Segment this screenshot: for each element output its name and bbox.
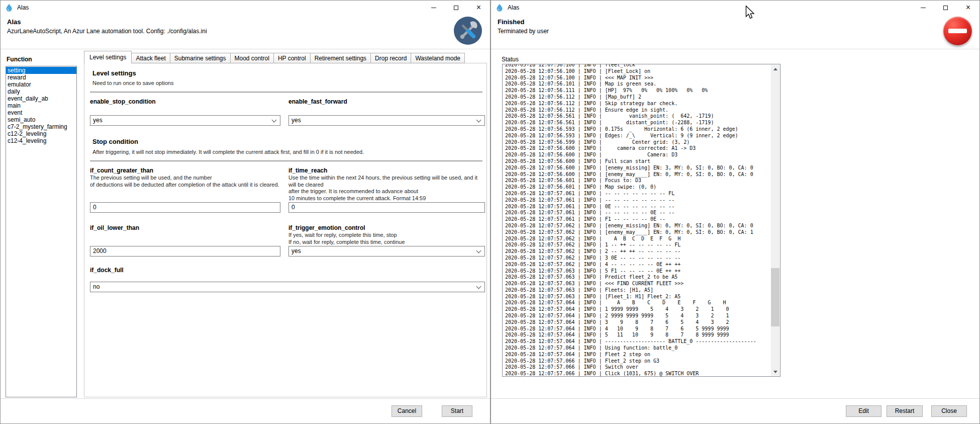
- divider: [90, 160, 482, 161]
- enable-fast-forward-select[interactable]: yes: [288, 115, 485, 126]
- alas-settings-window: Alas × Alas AzurLaneAutoScript, An Azur …: [0, 0, 491, 424]
- function-list-item-c12-4_leveling[interactable]: c12-4_leveling: [6, 137, 76, 144]
- start-button[interactable]: Start: [442, 405, 472, 417]
- cancel-button[interactable]: Cancel: [391, 405, 422, 417]
- section-title-level-settings: Level settings: [92, 69, 136, 77]
- alas-app-icon: [5, 4, 13, 12]
- restart-button[interactable]: Restart: [887, 405, 923, 417]
- if-dock-full-select[interactable]: no: [90, 282, 485, 292]
- log-scrollbar[interactable]: [771, 65, 779, 376]
- footer-divider: [491, 398, 979, 399]
- chevron-down-icon: [272, 118, 277, 123]
- function-list-item-reward[interactable]: reward: [6, 74, 76, 81]
- close-icon: ×: [966, 4, 970, 12]
- minimize-icon: [431, 8, 436, 8]
- alas-run-window: Alas × Finished Terminated by user Statu…: [491, 0, 980, 424]
- chevron-down-icon: [476, 284, 481, 289]
- maximize-button[interactable]: [934, 1, 957, 15]
- mouse-cursor: [745, 6, 754, 19]
- scrollbar-thumb[interactable]: [771, 268, 779, 326]
- close-button[interactable]: ×: [467, 1, 490, 15]
- window-title: Alas: [508, 4, 519, 11]
- function-list-item-semi_auto[interactable]: semi_auto: [6, 116, 76, 123]
- minimize-button[interactable]: [912, 1, 934, 15]
- tab-retirement-settings[interactable]: Retirement settings: [310, 53, 371, 63]
- label-if-count-greater-than: if_count_greater_than: [90, 167, 153, 174]
- tab-mood-control[interactable]: Mood control: [230, 53, 274, 63]
- right-header: Finished Terminated by user: [491, 15, 979, 49]
- tab-attack-fleet[interactable]: Attack fleet: [131, 53, 170, 63]
- maximize-button[interactable]: [445, 1, 467, 15]
- maximize-icon: [943, 6, 948, 10]
- tab-submarine-settings[interactable]: Submarine settings: [170, 53, 231, 63]
- help-if-time-reach: Use the time within the next 24 hours, t…: [288, 175, 485, 202]
- tab-level-settings[interactable]: Level settings: [84, 51, 132, 63]
- label-if-trigger-emotion-control: if_trigger_emotion_control: [288, 224, 365, 231]
- function-list[interactable]: settingrewardemulatordailyevent_daily_ab…: [6, 66, 77, 397]
- section-title-stop-condition: Stop condition: [92, 138, 138, 145]
- log-output: 2020-05-28 12:07:56.100 | INFO | fleet_l…: [503, 64, 780, 377]
- tools-icon: [453, 16, 482, 45]
- run-status-subtitle: Terminated by user: [498, 28, 549, 35]
- label-enable-stop-condition: enable_stop_condition: [90, 98, 156, 105]
- if-trigger-emotion-control-select[interactable]: yes: [288, 246, 485, 257]
- label-if-dock-full: if_dock_full: [90, 267, 124, 274]
- enable-stop-condition-select[interactable]: yes: [90, 115, 280, 126]
- if-time-reach-input[interactable]: 0: [288, 202, 485, 213]
- function-list-item-main[interactable]: main: [6, 102, 76, 109]
- footer-divider: [1, 398, 490, 399]
- enable-fast-forward-value: yes: [291, 117, 301, 124]
- function-list-item-daily[interactable]: daily: [6, 88, 76, 95]
- app-title: Alas: [7, 18, 21, 26]
- close-button[interactable]: ×: [957, 1, 979, 15]
- help-if-count-greater-than: The previous setting will be used, and t…: [90, 175, 282, 188]
- minimize-icon: [921, 8, 926, 8]
- function-list-item-emulator[interactable]: emulator: [6, 81, 76, 88]
- scroll-down-button[interactable]: [771, 368, 779, 376]
- if-trigger-emotion-control-value: yes: [291, 247, 301, 255]
- close-run-button[interactable]: Close: [931, 405, 967, 417]
- stop-icon-bar: [948, 29, 967, 33]
- section-desc-stop-condition: After triggering, it will not stop immed…: [92, 149, 364, 155]
- function-list-item-c12-2_leveling[interactable]: c12-2_leveling: [6, 130, 76, 137]
- level-settings-tabpage: Level settings Need to run once to save …: [84, 63, 487, 397]
- status-group-label: Status: [502, 56, 519, 63]
- tab-drop-record[interactable]: Drop record: [370, 53, 411, 63]
- function-list-item-setting[interactable]: setting: [6, 67, 76, 74]
- divider: [90, 92, 482, 93]
- maximize-icon: [454, 6, 458, 10]
- function-list-item-event[interactable]: event: [6, 109, 76, 116]
- function-list-item-event_daily_ab[interactable]: event_daily_ab: [6, 95, 76, 102]
- tab-hp-control[interactable]: HP control: [273, 53, 311, 63]
- titlebar[interactable]: Alas ×: [1, 1, 490, 15]
- log-panel[interactable]: 2020-05-28 12:07:56.100 | INFO | fleet_l…: [502, 64, 780, 377]
- run-status-title: Finished: [498, 18, 524, 26]
- label-if-oil-lower-than: if_oil_lower_than: [90, 224, 139, 231]
- arrow-down-icon: [773, 371, 777, 373]
- label-enable-fast-forward: enable_fast_forward: [288, 98, 347, 105]
- function-list-item-c7-2_mystery_farming[interactable]: c7-2_mystery_farming: [6, 123, 76, 130]
- scroll-up-button[interactable]: [771, 65, 779, 73]
- tab-strip: Level settingsAttack fleetSubmarine sett…: [84, 51, 465, 63]
- arrow-up-icon: [773, 68, 777, 70]
- minimize-button[interactable]: [422, 1, 445, 15]
- function-group-label: Function: [7, 56, 32, 63]
- enable-stop-condition-value: yes: [93, 117, 103, 124]
- help-if-trigger-emotion-control: If yes, wait for reply, complete this ti…: [288, 232, 485, 245]
- chevron-down-icon: [476, 248, 481, 253]
- chevron-down-icon: [476, 118, 481, 123]
- window-title: Alas: [17, 4, 29, 11]
- app-subtitle: AzurLaneAutoScript, An Azur Lane automat…: [7, 28, 207, 35]
- titlebar[interactable]: Alas ×: [491, 1, 979, 15]
- section-desc-level-settings: Need to run once to save options: [92, 80, 173, 86]
- close-icon: ×: [476, 4, 481, 12]
- tab-wasteland-mode[interactable]: Wasteland mode: [411, 53, 465, 63]
- if-oil-lower-than-input[interactable]: 2000: [90, 246, 280, 257]
- alas-app-icon: [496, 4, 504, 12]
- if-dock-full-value: no: [93, 283, 100, 290]
- stop-icon: [943, 17, 972, 45]
- left-header: Alas AzurLaneAutoScript, An Azur Lane au…: [1, 15, 490, 49]
- edit-button[interactable]: Edit: [846, 405, 881, 417]
- if-count-greater-than-input[interactable]: 0: [90, 202, 280, 213]
- label-if-time-reach: if_time_reach: [288, 167, 327, 174]
